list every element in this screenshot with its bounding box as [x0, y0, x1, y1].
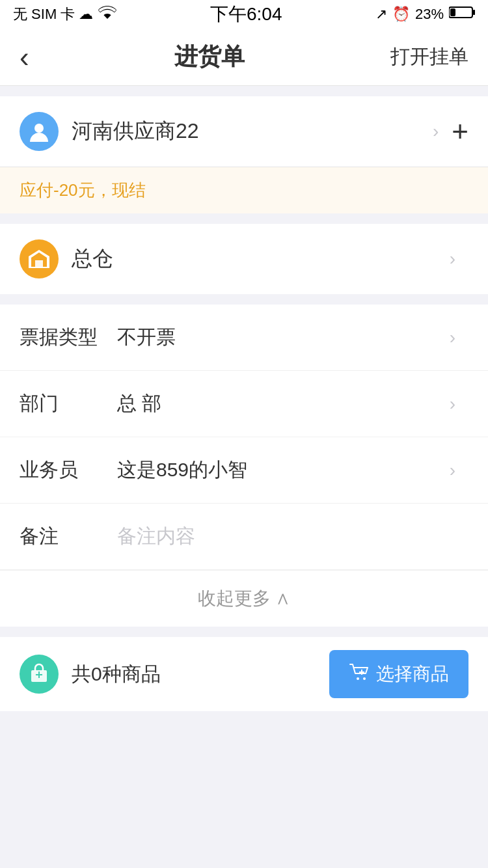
nav-bar: ‹ 进货单 打开挂单 [0, 29, 488, 86]
department-row[interactable]: 部门 总 部 › [0, 371, 488, 437]
sim-status: 无 SIM 卡 ☁ [13, 5, 93, 24]
department-chevron-icon: › [450, 394, 455, 414]
supplier-avatar [20, 112, 59, 151]
svg-point-3 [34, 124, 44, 133]
alarm-icon: ⏰ [392, 6, 410, 23]
salesperson-chevron-icon: › [450, 460, 455, 481]
supplier-chevron-icon: › [433, 121, 439, 142]
remark-label: 备注 [20, 523, 98, 550]
section-gap-1 [0, 86, 488, 96]
product-count-label: 共0种商品 [72, 661, 329, 688]
select-product-button[interactable]: 选择商品 [329, 650, 468, 698]
warehouse-row[interactable]: 总仓 › [0, 224, 488, 294]
location-icon: ↗ [375, 6, 387, 23]
invoice-type-value: 不开票 [117, 324, 450, 351]
invoice-type-label: 票据类型 [20, 324, 98, 351]
back-button[interactable]: ‹ [20, 43, 29, 72]
supplier-name: 河南供应商22 [72, 117, 433, 146]
svg-point-8 [357, 677, 359, 680]
warehouse-icon [20, 239, 59, 278]
salesperson-row[interactable]: 业务员 这是859的小智 › [0, 437, 488, 504]
open-pending-button[interactable]: 打开挂单 [390, 44, 468, 70]
bottom-fill [0, 711, 488, 868]
collapse-button[interactable]: 收起更多 ∧ [0, 570, 488, 627]
remark-input[interactable]: 备注内容 [117, 523, 468, 550]
status-left: 无 SIM 卡 ☁ [13, 5, 116, 24]
select-product-cart-icon [349, 663, 370, 686]
warehouse-chevron-icon: › [450, 249, 455, 269]
svg-point-9 [363, 677, 366, 680]
add-supplier-button[interactable]: + [452, 117, 468, 146]
status-right: ↗ ⏰ 23% [375, 6, 475, 23]
battery-icon [449, 6, 475, 23]
status-time: 下午6:04 [210, 2, 282, 27]
wifi-icon [98, 6, 116, 23]
svg-rect-1 [473, 10, 475, 15]
salesperson-value: 这是859的小智 [117, 457, 450, 483]
invoice-type-row[interactable]: 票据类型 不开票 › [0, 305, 488, 371]
svg-rect-4 [35, 260, 43, 268]
svg-rect-2 [450, 8, 455, 16]
warehouse-name: 总仓 [72, 245, 450, 273]
salesperson-label: 业务员 [20, 457, 98, 483]
warehouse-section: 总仓 › [0, 224, 488, 294]
product-icon [20, 655, 59, 694]
supplier-row[interactable]: 河南供应商22 › + [0, 96, 488, 167]
page-title: 进货单 [174, 41, 245, 73]
invoice-type-chevron-icon: › [450, 327, 455, 348]
status-bar: 无 SIM 卡 ☁ 下午6:04 ↗ ⏰ 23% [0, 0, 488, 29]
select-product-label: 选择商品 [376, 662, 449, 686]
supplier-section: 河南供应商22 › + 应付-20元，现结 [0, 96, 488, 213]
section-gap-2 [0, 213, 488, 224]
department-label: 部门 [20, 390, 98, 417]
product-row: 共0种商品 选择商品 [0, 637, 488, 711]
form-section: 票据类型 不开票 › 部门 总 部 › 业务员 这是859的小智 › 备注 备注… [0, 305, 488, 627]
remark-row[interactable]: 备注 备注内容 [0, 504, 488, 570]
notice-banner: 应付-20元，现结 [0, 167, 488, 213]
battery-level: 23% [415, 6, 444, 23]
department-value: 总 部 [117, 390, 450, 417]
